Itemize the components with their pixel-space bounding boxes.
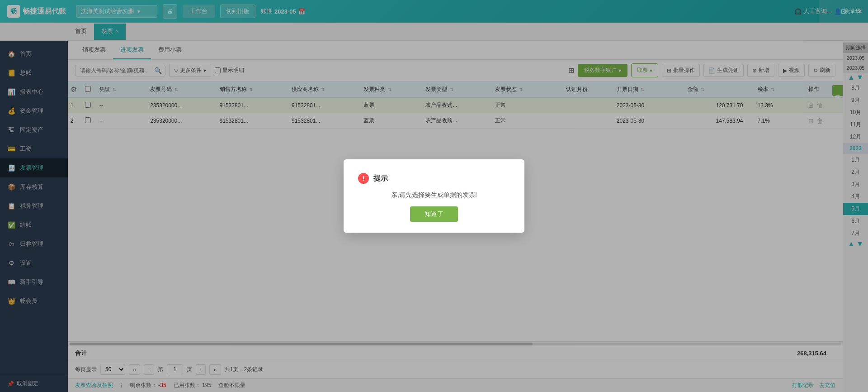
dialog-message: 亲,请先选择要生成单据的发票! — [358, 191, 510, 199]
dialog-box: ! 提示 亲,请先选择要生成单据的发票! 知道了 — [344, 159, 524, 233]
dialog-overlay: ! 提示 亲,请先选择要生成单据的发票! 知道了 — [0, 0, 868, 392]
dialog-warning-icon: ! — [358, 173, 369, 184]
dialog-title: 提示 — [373, 174, 388, 183]
dialog-title-row: ! 提示 — [358, 173, 510, 184]
dialog-confirm-button[interactable]: 知道了 — [410, 206, 458, 222]
